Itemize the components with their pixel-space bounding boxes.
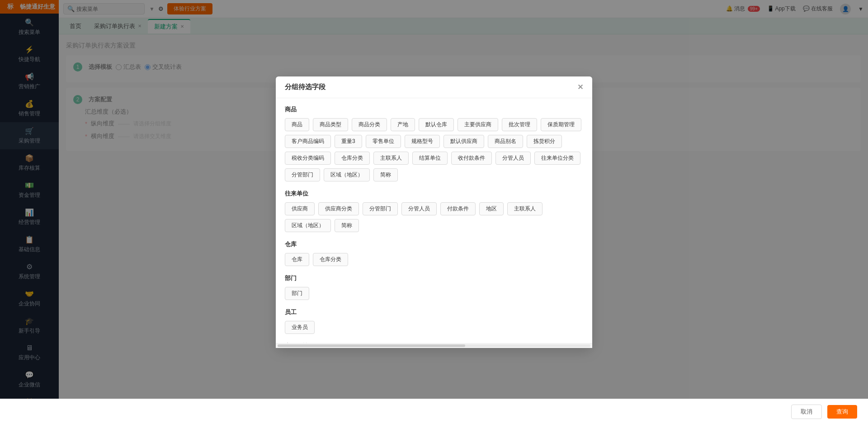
field-tag-0-17[interactable]: 主联系人 <box>373 152 409 165</box>
field-tag-1-7[interactable]: 区域（地区） <box>285 219 331 232</box>
field-tag-0-0[interactable]: 商品 <box>285 118 309 131</box>
field-tag-1-2[interactable]: 分管部门 <box>363 202 398 215</box>
field-tag-0-13[interactable]: 商品别名 <box>488 135 523 148</box>
field-tag-3-0[interactable]: 部门 <box>285 287 309 300</box>
confirm-button[interactable]: 查询 <box>827 405 857 419</box>
section-title-2: 仓库 <box>285 240 583 248</box>
field-tag-0-5[interactable]: 主要供应商 <box>458 118 498 131</box>
field-tag-4-0[interactable]: 业务员 <box>285 321 315 334</box>
field-tag-1-0[interactable]: 供应商 <box>285 202 315 215</box>
field-section-0: 商品商品商品类型商品分类产地默认仓库主要供应商批次管理保质期管理客户商品编码重量… <box>285 105 583 181</box>
field-tags-1: 供应商供应商分类分管部门分管人员付款条件地区主联系人区域（地区）简称 <box>285 202 583 232</box>
modal-hscrollbar[interactable] <box>276 343 592 348</box>
field-tag-0-19[interactable]: 收付款条件 <box>451 152 492 165</box>
field-tag-0-12[interactable]: 默认供应商 <box>443 135 484 148</box>
field-tag-0-10[interactable]: 零售单位 <box>366 135 401 148</box>
field-tag-0-14[interactable]: 拣货积分 <box>527 135 562 148</box>
field-section-1: 往来单位供应商供应商分类分管部门分管人员付款条件地区主联系人区域（地区）简称 <box>285 190 583 232</box>
section-title-1: 往来单位 <box>285 190 583 198</box>
field-tag-0-2[interactable]: 商品分类 <box>352 118 387 131</box>
field-tag-2-0[interactable]: 仓库 <box>285 253 309 266</box>
field-tag-2-1[interactable]: 仓库分类 <box>313 253 348 266</box>
field-tags-3: 部门 <box>285 287 583 300</box>
cancel-button[interactable]: 取消 <box>791 405 822 419</box>
section-title-4: 员工 <box>285 308 583 316</box>
field-tag-1-1[interactable]: 供应商分类 <box>318 202 359 215</box>
field-tag-0-4[interactable]: 默认仓库 <box>419 118 454 131</box>
field-tag-0-18[interactable]: 结算单位 <box>412 152 448 165</box>
modal-dialog: 分组待选字段 ✕ 商品商品商品类型商品分类产地默认仓库主要供应商批次管理保质期管… <box>276 76 592 348</box>
field-section-4: 员工业务员 <box>285 308 583 334</box>
modal-body[interactable]: 商品商品商品类型商品分类产地默认仓库主要供应商批次管理保质期管理客户商品编码重量… <box>276 98 592 343</box>
section-title-0: 商品 <box>285 105 583 114</box>
modal-close-button[interactable]: ✕ <box>577 83 583 91</box>
field-tag-0-20[interactable]: 分管人员 <box>495 152 531 165</box>
field-tag-0-22[interactable]: 分管部门 <box>285 168 320 181</box>
field-tag-0-7[interactable]: 保质期管理 <box>541 118 581 131</box>
field-tags-2: 仓库仓库分类 <box>285 253 583 266</box>
field-tag-1-6[interactable]: 主联系人 <box>507 202 542 215</box>
field-tag-1-8[interactable]: 简称 <box>335 219 359 232</box>
field-tag-0-9[interactable]: 重量3 <box>335 135 362 148</box>
modal-title: 分组待选字段 <box>285 83 326 91</box>
modal-footer: 取消 查询 <box>0 399 868 424</box>
field-section-3: 部门部门 <box>285 274 583 300</box>
field-tags-4: 业务员 <box>285 321 583 334</box>
field-tag-0-8[interactable]: 客户商品编码 <box>285 135 331 148</box>
section-title-3: 部门 <box>285 274 583 282</box>
field-tag-0-21[interactable]: 往来单位分类 <box>534 152 580 165</box>
field-tags-0: 商品商品类型商品分类产地默认仓库主要供应商批次管理保质期管理客户商品编码重量3零… <box>285 118 583 181</box>
field-tag-0-11[interactable]: 规格型号 <box>405 135 440 148</box>
field-tag-1-4[interactable]: 付款条件 <box>440 202 476 215</box>
field-tag-0-16[interactable]: 仓库分类 <box>335 152 370 165</box>
field-tag-0-6[interactable]: 批次管理 <box>502 118 537 131</box>
field-tag-0-24[interactable]: 简称 <box>373 168 398 181</box>
field-tag-1-5[interactable]: 地区 <box>479 202 504 215</box>
modal-header: 分组待选字段 ✕ <box>276 76 592 98</box>
field-tag-0-3[interactable]: 产地 <box>391 118 415 131</box>
modal-overlay: 分组待选字段 ✕ 商品商品商品类型商品分类产地默认仓库主要供应商批次管理保质期管… <box>0 0 868 424</box>
field-section-2: 仓库仓库仓库分类 <box>285 240 583 266</box>
field-tag-1-3[interactable]: 分管人员 <box>401 202 437 215</box>
field-tag-0-1[interactable]: 商品类型 <box>313 118 348 131</box>
field-tag-0-15[interactable]: 税收分类编码 <box>285 152 331 165</box>
field-tag-0-23[interactable]: 区域（地区） <box>324 168 370 181</box>
